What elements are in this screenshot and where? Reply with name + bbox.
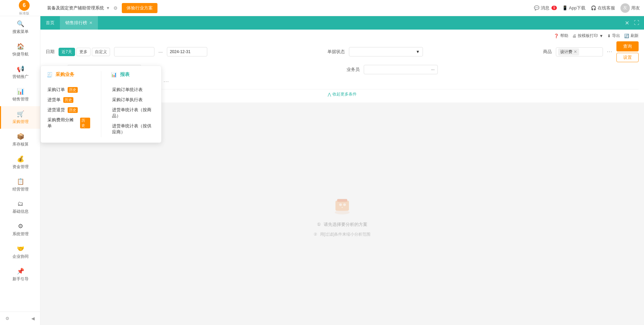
sidebar-label-search: 搜索菜单 [12,29,29,35]
salesman-select[interactable]: ··· [364,65,438,74]
goods-tag: 设计费 ✕ [558,48,579,55]
dropdown-item-order-stats[interactable]: 采购订单统计表 [111,85,156,95]
salesman-arrow: ··· [431,67,434,72]
purchase-dropdown-menu: 🧾 采购业务 采购订单 历史 进货单 历史 进货退货 历史 [40,66,162,143]
tab-close-icon[interactable]: ✕ [89,21,93,25]
sidebar-label-sales: 销售管理 [12,96,29,102]
export-btn[interactable]: ⬇ 导出 [607,33,620,39]
svg-point-0 [335,210,350,214]
home-icon: 🏠 [17,43,24,50]
purchase-col: 🧾 采购业务 采购订单 历史 进货单 历史 进货退货 历史 [46,71,92,137]
reports-col: 📊 报表 采购订单统计表 采购订单执行表 进货单统计表（按商品） 进货单统计表（… [111,71,156,137]
sidebar-item-marketing[interactable]: 📢 营销推广 [0,61,40,84]
tab-expand-icon[interactable]: ⛶ [632,18,641,27]
basic-info-icon: 🗂 [17,200,24,207]
dropdown-item-expense[interactable]: 采购费用分摊单 历史 [46,115,92,131]
sidebar-item-finance[interactable]: 💰 资金管理 [0,151,40,174]
dropdown-item-return[interactable]: 进货退货 历史 [46,105,92,115]
messages-btn[interactable]: 💬 消息 9 [534,5,557,11]
sidebar-label-purchase: 采购管理 [12,119,29,125]
sidebar-item-inventory[interactable]: 📦 库存核算 [0,129,40,151]
doc-status-label: 单据状态 [327,49,345,55]
top-right: 💬 消息 9 📱 App下载 🎧 在线客服 友 用友 [534,3,640,13]
refresh-btn[interactable]: 🔄 刷新 [624,33,639,39]
sidebar-item-guide[interactable]: 📌 新手引导 [0,263,40,286]
sidebar-item-search[interactable]: 🔍 搜索菜单 [0,16,40,39]
operation-icon: 📋 [17,178,24,185]
date-to-input[interactable] [167,47,207,56]
headset-icon: 🎧 [591,5,596,10]
date-btn-more[interactable]: 更多 [76,48,91,56]
online-service-btn[interactable]: 🎧 在线客服 [591,5,615,11]
svg-point-4 [343,203,346,206]
app-download-btn[interactable]: 📱 App下载 [562,5,585,11]
tab-close-all-icon[interactable]: ✕ [623,18,631,28]
sidebar-settings-icon[interactable]: ⚙ [5,316,9,321]
tab-sales-rank[interactable]: 销售排行榜 ✕ [60,16,98,30]
avatar-text: 友 [623,5,627,11]
query-setting-btns: 查询 设置 [616,41,639,62]
industry-btn[interactable]: 体验行业方案 [122,3,157,13]
customer-more-btn[interactable]: ··· [164,79,169,85]
goods-tag-close[interactable]: ✕ [574,49,577,54]
inventory-icon: 📦 [17,133,24,140]
goods-more-btn[interactable]: ··· [607,49,612,55]
tab-home[interactable]: 首页 [40,16,60,30]
main-layout: 🔍 搜索菜单 🏠 快捷导航 📢 营销推广 📊 销售管理 🛒 采购管理 📦 库存核… [0,16,644,325]
tab-bar-right: ✕ ⛶ [623,18,644,28]
dropdown-item-incoming-stats-goods[interactable]: 进货单统计表（按商品） [111,105,156,121]
purchase-icon: 🛒 [17,110,24,118]
dropdown-item-purchase-order[interactable]: 采购订单 历史 [46,85,92,95]
system-title-arrow[interactable]: ▼ [106,6,110,10]
date-btn-7days[interactable]: 近7天 [59,48,75,56]
sidebar-label-cooperation: 企业协同 [12,254,29,259]
print-arrow[interactable]: ▼ [599,34,603,38]
sidebar-item-system[interactable]: ⚙ 系统管理 [0,218,40,241]
dropdown-item-incoming-stats-supplier[interactable]: 进货单统计表（按供应商） [111,121,156,137]
finance-icon: 💰 [17,155,24,163]
sidebar-item-cooperation[interactable]: 🤝 企业协同 [0,241,40,263]
dropdown-item-order-exec[interactable]: 采购订单执行表 [111,95,156,105]
user-btn[interactable]: 友 用友 [620,3,640,13]
setting-btn[interactable]: 设置 [616,53,639,62]
date-from-input[interactable] [114,47,154,56]
sidebar-item-quick-nav[interactable]: 🏠 快捷导航 [0,39,40,61]
system-title-text: 装备及固定资产辅助管理系统 [47,5,104,11]
collapse-icon: ⋀ [328,92,331,97]
system-title: 装备及固定资产辅助管理系统 ▼ ⚙ [47,5,118,11]
search-icon: 🔍 [17,20,24,28]
sidebar-label-inventory: 库存核算 [12,141,29,147]
empty-hint2: ② 用[过滤]条件来缩小分析范围 [314,232,370,237]
svg-rect-2 [337,199,347,202]
dropdown-item-incoming[interactable]: 进货单 历史 [46,95,92,105]
date-range: 近7天 更多 自定义 [59,48,110,56]
sidebar-item-operation[interactable]: 📋 经营管理 [0,174,40,196]
date-btn-custom[interactable]: 自定义 [92,48,110,56]
history-badge-2: 历史 [68,107,78,113]
print-btn[interactable]: 🖨 按模板打印 ▼ [572,33,603,39]
guide-icon: 📌 [17,268,24,275]
logo-area: 6 标准版 [4,0,44,16]
sidebar-item-basic-info[interactable]: 🗂 基础信息 [0,196,40,218]
tab-bar: 首页 销售排行榜 ✕ ✕ ⛶ [40,16,644,30]
message-icon: 💬 [534,5,539,10]
salesman-label: 业务员 [347,67,360,73]
history-badge-1: 历史 [63,97,73,103]
sidebar-item-purchase[interactable]: 🛒 采购管理 [0,106,40,129]
purchase-col-header: 🧾 采购业务 [46,71,92,81]
sidebar-label-quick-nav: 快捷导航 [12,51,29,57]
doc-status-select[interactable]: ▼ [349,47,423,56]
sidebar-collapse-icon[interactable]: ◀ [31,316,35,321]
help-btn[interactable]: ❓ 帮助 [554,33,568,39]
query-btn[interactable]: 查询 [616,41,639,51]
goods-filter[interactable]: 设计费 ✕ [556,47,603,56]
reports-col-icon: 📊 [111,71,117,78]
dropdown-cols: 🧾 采购业务 采购订单 历史 进货单 历史 进货退货 历史 [46,71,156,137]
dropdown-divider [101,71,101,137]
sidebar-item-sales[interactable]: 📊 销售管理 [0,84,40,106]
refresh-icon: 🔄 [624,34,629,38]
system-settings-icon[interactable]: ⚙ [113,5,118,11]
logo-text: 标准版 [19,11,29,16]
phone-icon: 📱 [562,5,568,10]
sidebar-label-marketing: 营销推广 [12,74,29,80]
